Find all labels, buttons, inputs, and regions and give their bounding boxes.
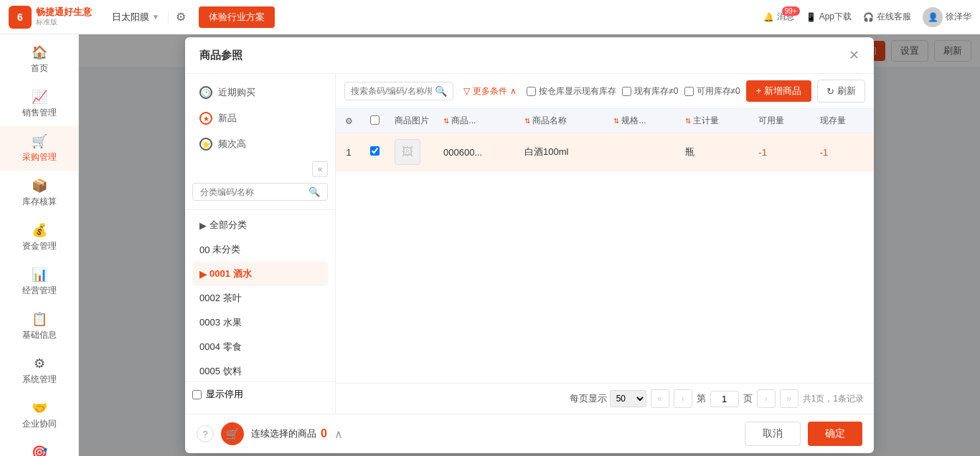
product-search-icon[interactable]: 🔍 xyxy=(435,85,447,97)
category-label-00: 00 xyxy=(199,244,209,255)
logo-text-block: 畅捷通好生意 标准版 xyxy=(36,6,92,28)
col-stock-label: 现存量 xyxy=(820,115,846,125)
sidebar-item-system[interactable]: ⚙ 系统管理 xyxy=(0,348,78,393)
exp-button[interactable]: 体验行业方案 xyxy=(199,6,275,28)
row-checkbox[interactable] xyxy=(370,146,380,156)
purchase-icon: 🛒 xyxy=(32,133,47,149)
divider xyxy=(185,209,335,210)
sidebar-item-operations[interactable]: 📊 经营管理 xyxy=(0,260,78,304)
first-page-button[interactable]: « xyxy=(651,389,669,408)
sidebar-item-inventory[interactable]: 📦 库存核算 xyxy=(0,171,78,215)
category-item-0002[interactable]: 0002 茶叶 xyxy=(192,286,328,310)
notifications-btn[interactable]: 🔔 99+ 消息 xyxy=(763,11,794,23)
system-icon: ⚙ xyxy=(34,356,45,371)
refresh-icon: ↻ xyxy=(826,86,834,97)
prev-page-button[interactable]: ‹ xyxy=(674,389,692,408)
sidebar-item-collab[interactable]: 🤝 企业协同 xyxy=(0,393,78,437)
footer-actions: 取消 确定 xyxy=(745,422,862,446)
category-item-0005[interactable]: 0005 饮料 xyxy=(192,359,328,381)
tab-recent-purchase[interactable]: 🕐 近期购买 xyxy=(192,81,328,104)
product-table: ⚙ 商品图片 xyxy=(336,109,874,171)
product-search-input[interactable] xyxy=(351,86,432,96)
product-image-icon: 🖼 xyxy=(402,146,413,158)
avail-filter[interactable]: 可用库存≠0 xyxy=(684,85,740,98)
select-all-checkbox[interactable] xyxy=(370,115,380,125)
category-item-00[interactable]: 00 未分类 xyxy=(192,237,328,262)
col-unit-sort-icon[interactable]: ⇅ xyxy=(685,117,691,125)
settings-icon[interactable]: ⚙ xyxy=(169,10,193,24)
category-item-0001[interactable]: ▶ 0001 酒水 xyxy=(192,262,328,286)
category-item-all[interactable]: ▶ 全部分类 xyxy=(192,213,328,237)
refresh-label: 刷新 xyxy=(837,85,856,98)
warehouse-checkbox[interactable] xyxy=(527,87,536,96)
add-product-button[interactable]: + 新增商品 xyxy=(746,80,811,102)
inventory-icon: 📦 xyxy=(32,178,47,194)
category-label-0002: 0002 茶叶 xyxy=(199,292,242,305)
category-name-00: 未分类 xyxy=(212,243,240,256)
filter-button[interactable]: ▽ 更多条件 ∧ xyxy=(459,82,521,100)
row-avail: -1 xyxy=(751,133,812,171)
home-icon: 🏠 xyxy=(32,44,47,60)
next-page-button[interactable]: › xyxy=(757,389,776,408)
col-spec-label: 规格... xyxy=(621,115,646,125)
sidebar-label-basic: 基础信息 xyxy=(22,329,57,341)
sidebar-item-sales[interactable]: 📈 销售管理 xyxy=(0,82,78,126)
category-search-icon[interactable]: 🔍 xyxy=(308,186,320,197)
avail-checkbox[interactable] xyxy=(684,87,694,96)
per-page-label: 每页显示 xyxy=(570,392,607,405)
row-unit: 瓶 xyxy=(678,133,752,171)
show-disabled-checkbox[interactable] xyxy=(192,390,202,399)
refresh-product-button[interactable]: ↻ 刷新 xyxy=(817,80,865,103)
tab-frequent[interactable]: ⭐ 频次高 xyxy=(192,133,328,156)
basic-icon: 📋 xyxy=(32,311,47,327)
sidebar-item-home[interactable]: 🏠 首页 xyxy=(0,37,78,82)
stock-filter[interactable]: 现有库存≠0 xyxy=(622,85,678,98)
new-icon: ★ xyxy=(199,112,212,125)
modal-close-button[interactable]: ✕ xyxy=(849,47,859,63)
cart-button[interactable]: 🛒 xyxy=(221,422,244,445)
category-search-input[interactable] xyxy=(200,187,306,197)
table-row[interactable]: 1 🖼 xyxy=(336,133,874,171)
col-img: 商品图片 xyxy=(387,109,436,133)
col-code-sort-icon[interactable]: ⇅ xyxy=(443,117,449,125)
service-btn[interactable]: 🎧 在线客服 xyxy=(863,11,911,23)
guide-icon: 🎯 xyxy=(32,445,47,456)
page-input[interactable] xyxy=(710,391,739,407)
col-name-sort-icon[interactable]: ⇅ xyxy=(524,117,530,125)
col-unit: ⇅ 主计量 xyxy=(678,109,752,133)
category-item-0004[interactable]: 0004 零食 xyxy=(192,335,328,359)
per-page-select[interactable]: 10 20 50 100 xyxy=(610,390,646,407)
col-spec-sort-icon[interactable]: ⇅ xyxy=(613,117,619,125)
last-page-button[interactable]: » xyxy=(780,389,798,408)
col-settings-icon[interactable]: ⚙ xyxy=(345,116,353,126)
selected-info: 连续选择的商品 0 xyxy=(251,427,327,440)
cancel-button[interactable]: 取消 xyxy=(745,422,801,446)
logo-sub: 标准版 xyxy=(36,17,92,27)
right-panel: 🔍 ▽ 更多条件 ∧ 按仓库显示现有库存 xyxy=(336,74,874,414)
col-code-label: 商品... xyxy=(451,115,476,125)
collapse-button[interactable]: « xyxy=(312,161,328,177)
tab-new-products[interactable]: ★ 新品 xyxy=(192,107,328,130)
sidebar-item-finance[interactable]: 💰 资金管理 xyxy=(0,215,78,260)
layout: 🏠 首页 📈 销售管理 🛒 采购管理 📦 库存核算 💰 资金管理 📊 经营管理 … xyxy=(0,34,980,456)
user-btn[interactable]: 👤 徐泽华 xyxy=(923,7,971,27)
sidebar-label-inventory: 库存核算 xyxy=(22,196,57,208)
col-spec: ⇅ 规格... xyxy=(606,109,678,133)
sidebar-item-purchase[interactable]: 🛒 采购管理 xyxy=(0,126,78,171)
headset-icon: 🎧 xyxy=(863,12,874,22)
help-button[interactable]: ? xyxy=(197,425,214,442)
footer-collapse-icon[interactable]: ∧ xyxy=(334,427,343,441)
warehouse-filter[interactable]: 按仓库显示现有库存 xyxy=(527,85,616,98)
avail-label: 可用库存≠0 xyxy=(697,85,740,98)
app-download-btn[interactable]: 📱 App下载 xyxy=(806,11,852,23)
col-unit-label: 主计量 xyxy=(693,115,719,125)
store-selector[interactable]: 日太阳膜 ▼ xyxy=(103,11,169,24)
sidebar-item-guide[interactable]: 🎯 新手引导 xyxy=(0,437,78,456)
category-item-0003[interactable]: 0003 水果 xyxy=(192,310,328,335)
stock-checkbox[interactable] xyxy=(622,87,631,96)
bell-icon: 🔔 xyxy=(763,12,774,22)
confirm-button[interactable]: 确定 xyxy=(808,422,862,446)
sidebar-item-basic[interactable]: 📋 基础信息 xyxy=(0,304,78,348)
product-table-wrap: ⚙ 商品图片 xyxy=(336,109,874,383)
col-checkbox xyxy=(362,109,387,133)
